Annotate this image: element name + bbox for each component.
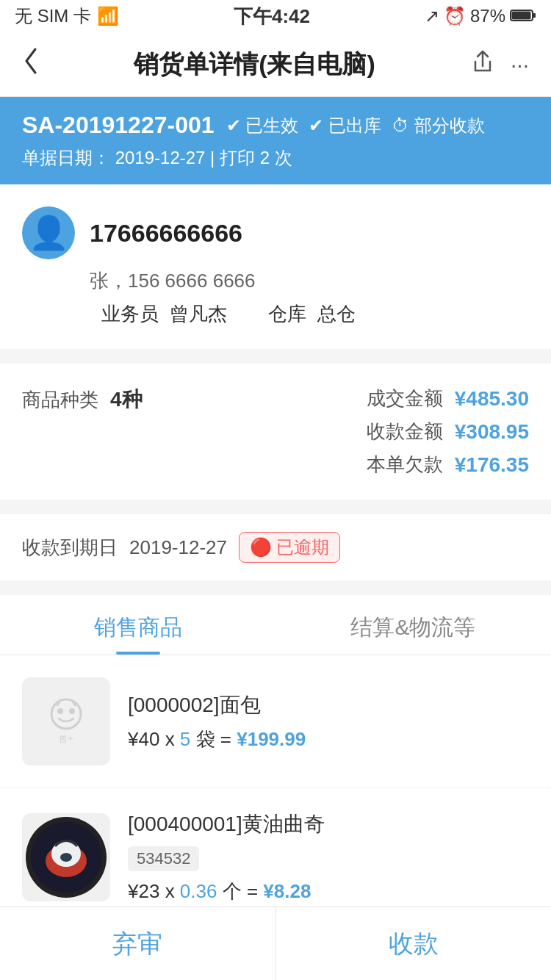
customer-section: 👤 17666666666 张，156 6666 6666 业务员 曾凡杰 仓库…: [0, 184, 551, 349]
share-icon[interactable]: [469, 48, 496, 80]
banner-top: SA-20191227-001 ✔ 已生效 ✔ 已出库 ⏱ 部分收款: [22, 112, 529, 139]
product-info-2: [000400001]黄油曲奇 534532 ¥23 x 0.36 个 = ¥8…: [128, 810, 529, 904]
product-info-1: [0000002]面包 ¥40 x 5 袋 = ¥199.99: [128, 691, 529, 752]
customer-id: 17666666666: [90, 219, 242, 248]
badge-partial: ⏱ 部分收款: [392, 114, 485, 137]
confirm-button[interactable]: 收款: [276, 907, 552, 980]
product-price-1: ¥40 x 5 袋 = ¥199.99: [128, 727, 529, 752]
separator: |: [210, 148, 220, 167]
transaction-label: 成交金额: [367, 386, 443, 411]
status-badges: ✔ 已生效 ✔ 已出库 ⏱ 部分收款: [226, 114, 485, 137]
staff-row: 业务员 曾凡杰 仓库 总仓: [90, 301, 529, 327]
svg-point-5: [69, 708, 75, 714]
status-right: ↗ ⏰ 87%: [425, 6, 536, 26]
product-name-1: [0000002]面包: [128, 691, 529, 719]
debt-label: 本单欠款: [367, 452, 443, 478]
due-date: 2019-12-27: [129, 536, 227, 559]
order-id: SA-20191227-001: [22, 112, 215, 139]
customer-row: 👤 17666666666: [22, 206, 529, 259]
product-type-label: 商品种类: [22, 387, 98, 413]
person-icon: 👤: [29, 214, 69, 252]
tabs-section: 销售商品 结算&物流等: [0, 595, 551, 655]
bottom-bar: 弃审 收款: [0, 907, 551, 980]
price-value-2: ¥23: [128, 880, 159, 902]
badge-shipped: ✔ 已出库: [309, 114, 381, 137]
svg-point-4: [57, 708, 63, 714]
warehouse-name: 总仓: [317, 303, 356, 325]
status-left: 无 SIM 卡 📶: [15, 4, 119, 28]
overdue-icon: 🔴: [250, 537, 272, 558]
total-value-2: ¥8.28: [263, 880, 311, 902]
due-section: 收款到期日 2019-12-27 🔴 已逾期: [0, 514, 551, 580]
stats-row: 商品种类 4种 成交金额 ¥485.30 收款金额 ¥308.95 本单欠款 ¥…: [22, 386, 529, 478]
product-thumbnail-2: [22, 813, 110, 901]
location-icon: ↗: [425, 6, 439, 26]
stats-right: 成交金额 ¥485.30 收款金额 ¥308.95 本单欠款 ¥176.35: [367, 386, 529, 478]
svg-point-3: [51, 699, 81, 729]
product-list: 兽+ [0000002]面包 ¥40 x 5 袋 = ¥199.99: [0, 655, 551, 927]
product-type-value: 4种: [110, 386, 143, 414]
customer-name: 张，156 6666 6666: [90, 268, 529, 294]
battery-status: 87%: [470, 6, 505, 26]
unit-value-2: 个: [223, 880, 242, 902]
badge-effective: ✔ 已生效: [226, 114, 299, 137]
receipt-stat: 收款金额 ¥308.95: [367, 419, 529, 444]
status-time: 下午4:42: [234, 4, 310, 29]
svg-rect-2: [511, 12, 530, 20]
receipt-value: ¥308.95: [455, 420, 529, 444]
nav-bar: 销货单详情(来自电脑) ···: [0, 32, 551, 97]
svg-text:兽+: 兽+: [59, 734, 73, 744]
status-bar: 无 SIM 卡 📶 下午4:42 ↗ ⏰ 87%: [0, 0, 551, 32]
overdue-badge: 🔴 已逾期: [239, 532, 340, 563]
product-thumbnail-1: 兽+: [22, 677, 110, 765]
product-image-2: [26, 817, 107, 898]
header-banner: SA-20191227-001 ✔ 已生效 ✔ 已出库 ⏱ 部分收款 单据日期：…: [0, 97, 551, 184]
banner-date: 单据日期： 2019-12-27 | 打印 2 次: [22, 146, 529, 170]
product-type-stat: 商品种类 4种: [22, 386, 143, 414]
total-value-1: ¥199.99: [237, 728, 306, 750]
battery-icon: [510, 6, 536, 26]
list-item: 兽+ [0000002]面包 ¥40 x 5 袋 = ¥199.99: [0, 655, 551, 788]
print-info: 打印 2 次: [220, 148, 292, 167]
warehouse-label: 仓库 总仓: [262, 301, 356, 327]
transaction-value: ¥485.30: [455, 387, 529, 411]
qty-value-1: 5: [180, 728, 190, 750]
overdue-text: 已逾期: [276, 536, 329, 559]
debt-stat: 本单欠款 ¥176.35: [367, 452, 529, 478]
receipt-label: 收款金额: [367, 419, 443, 444]
staff-name: 曾凡杰: [170, 303, 227, 325]
product-price-2: ¥23 x 0.36 个 = ¥8.28: [128, 879, 529, 904]
back-button[interactable]: [22, 46, 40, 82]
stats-left: 商品种类 4种: [22, 386, 143, 414]
unit-value-1: 袋: [196, 728, 215, 750]
date-label: 单据日期：: [22, 148, 110, 167]
due-date-label: 收款到期日: [22, 535, 118, 561]
tab-products[interactable]: 销售商品: [0, 595, 276, 655]
customer-avatar: 👤: [22, 206, 75, 259]
product-sku-2: 534532: [128, 846, 199, 871]
qty-value-2: 0.36: [180, 880, 217, 902]
tab-settlement[interactable]: 结算&物流等: [276, 595, 551, 655]
sim-status: 无 SIM 卡: [15, 4, 91, 28]
svg-point-10: [60, 853, 72, 862]
product-name-2: [000400001]黄油曲奇: [128, 810, 529, 838]
nav-actions: ···: [469, 48, 529, 80]
svg-rect-1: [533, 13, 536, 18]
order-date: 2019-12-27: [115, 148, 206, 167]
debt-value: ¥176.35: [455, 453, 529, 477]
page-title: 销货单详情(来自电脑): [134, 48, 375, 82]
staff-label: 业务员 曾凡杰: [96, 301, 227, 327]
cancel-button[interactable]: 弃审: [0, 907, 276, 980]
alarm-icon: ⏰: [444, 6, 466, 26]
stats-section: 商品种类 4种 成交金额 ¥485.30 收款金额 ¥308.95 本单欠款 ¥…: [0, 364, 551, 500]
price-value-1: ¥40: [128, 728, 159, 750]
wifi-icon: 📶: [97, 6, 119, 26]
transaction-stat: 成交金额 ¥485.30: [367, 386, 529, 411]
more-icon[interactable]: ···: [511, 52, 529, 77]
